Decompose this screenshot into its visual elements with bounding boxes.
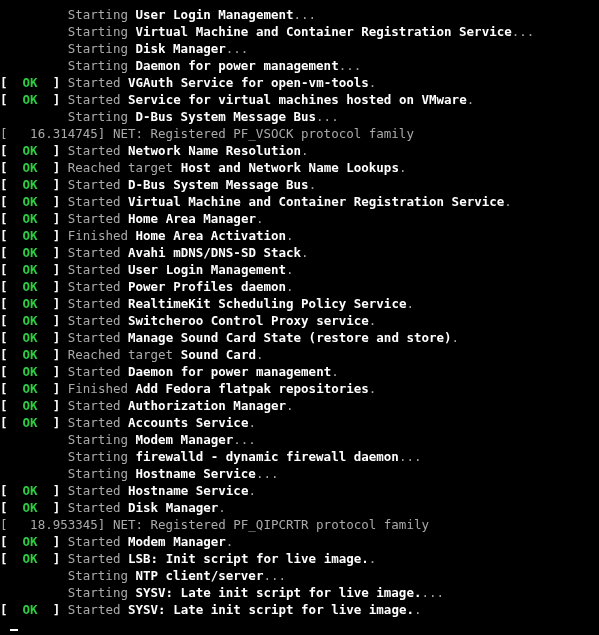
action-started: Started	[68, 75, 128, 90]
status-bracket-left: [	[0, 398, 8, 413]
status-bracket-left: [	[0, 483, 8, 498]
status-ok: OK	[23, 347, 38, 362]
action-started: Started	[68, 364, 128, 379]
status-bracket-left: [	[0, 194, 8, 209]
boot-line: [ OK ] Started Power Profiles daemon.	[0, 278, 599, 295]
boot-line: [ OK ] Started Modem Manager.	[0, 533, 599, 550]
action-started: Started	[68, 262, 128, 277]
unit-name: Power Profiles daemon	[128, 279, 286, 294]
status-ok: OK	[23, 262, 38, 277]
status-ok: OK	[23, 313, 38, 328]
action-started: Started	[68, 534, 128, 549]
line-suffix: .	[248, 483, 256, 498]
action-started: Started	[68, 602, 128, 617]
boot-line: [ OK ] Started VGAuth Service for open-v…	[0, 74, 599, 91]
boot-line: Starting NTP client/server...	[0, 567, 599, 584]
kernel-message: [ 16.314745] NET: Registered PF_VSOCK pr…	[0, 126, 414, 141]
boot-line: Starting firewalld - dynamic firewall da…	[0, 448, 599, 465]
action-starting: Starting	[68, 109, 136, 124]
action-starting: Starting	[68, 568, 136, 583]
unit-name: firewalld - dynamic firewall daemon	[135, 449, 398, 464]
unit-name: Accounts Service	[128, 415, 248, 430]
line-suffix: .	[369, 313, 377, 328]
unit-name: Home Area Activation	[136, 228, 287, 243]
status-bracket-left: [	[0, 500, 8, 515]
boot-line: Starting Disk Manager...	[0, 40, 599, 57]
boot-line: [ OK ] Started Daemon for power manageme…	[0, 363, 599, 380]
action-started: Started	[68, 551, 128, 566]
boot-console: Starting User Login Management... Starti…	[0, 0, 599, 635]
unit-name: Add Fedora flatpak repositories	[136, 381, 369, 396]
boot-line: Starting SYSV: Late init script for live…	[0, 584, 599, 601]
action-starting: Starting	[68, 24, 136, 39]
action-started: Started	[68, 398, 128, 413]
boot-line: [ OK ] Finished Home Area Activation.	[0, 227, 599, 244]
status-bracket-left: [	[0, 330, 8, 345]
unit-name: LSB: Init script for live image.	[128, 551, 369, 566]
status-bracket-left: [	[0, 177, 8, 192]
unit-name: SYSV: Late init script for live image.	[128, 602, 414, 617]
unit-name: D-Bus System Message Bus	[135, 109, 316, 124]
action-started: Started	[68, 92, 128, 107]
unit-name: Disk Manager	[135, 41, 225, 56]
unit-name: Disk Manager	[128, 500, 218, 515]
action-started: Started	[68, 245, 128, 260]
status-bracket-left: [	[0, 381, 8, 396]
unit-name: Switcheroo Control Proxy service	[128, 313, 369, 328]
unit-name: Authorization Manager	[128, 398, 286, 413]
status-ok: OK	[23, 398, 38, 413]
unit-name: Modem Manager	[135, 432, 233, 447]
line-suffix: .	[301, 143, 309, 158]
boot-line: [ OK ] Started RealtimeKit Scheduling Po…	[0, 295, 599, 312]
boot-line: [ OK ] Started Authorization Manager.	[0, 397, 599, 414]
unit-name: Daemon for power management	[135, 58, 338, 73]
status-bracket-left: [	[0, 211, 8, 226]
action-started: Started	[68, 194, 128, 209]
line-suffix: .	[467, 92, 475, 107]
status-bracket-left: [	[0, 364, 8, 379]
unit-name: Modem Manager	[128, 534, 226, 549]
action-started: Started	[68, 279, 128, 294]
boot-line: [ OK ] Started Manage Sound Card State (…	[0, 329, 599, 346]
status-bracket-left: [	[0, 228, 8, 243]
boot-line: [ OK ] Started Service for virtual machi…	[0, 91, 599, 108]
status-ok: OK	[23, 534, 38, 549]
cursor-line	[0, 618, 599, 635]
status-ok: OK	[23, 279, 38, 294]
line-suffix: ...	[226, 41, 249, 56]
status-bracket-left: [	[0, 262, 8, 277]
line-suffix: ...	[339, 58, 362, 73]
line-suffix: ...	[399, 449, 422, 464]
status-ok: OK	[23, 551, 38, 566]
line-suffix: ...	[256, 466, 279, 481]
status-bracket-left: [	[0, 551, 8, 566]
unit-name: Manage Sound Card State (restore and sto…	[128, 330, 452, 345]
status-ok: OK	[23, 415, 38, 430]
line-suffix: .	[286, 279, 294, 294]
boot-line: [ OK ] Started Network Name Resolution.	[0, 142, 599, 159]
boot-line: [ OK ] Started LSB: Init script for live…	[0, 550, 599, 567]
status-ok: OK	[23, 602, 38, 617]
status-ok: OK	[23, 211, 38, 226]
line-suffix: .	[248, 415, 256, 430]
unit-name: NTP client/server	[135, 568, 263, 583]
action-starting: Starting	[68, 41, 136, 56]
line-suffix: ...	[316, 109, 339, 124]
unit-name: RealtimeKit Scheduling Policy Service	[128, 296, 406, 311]
status-ok: OK	[23, 177, 38, 192]
action-starting: Starting	[68, 432, 136, 447]
status-ok: OK	[23, 143, 38, 158]
line-suffix: .	[256, 347, 264, 362]
status-ok: OK	[23, 500, 38, 515]
boot-line: [ 16.314745] NET: Registered PF_VSOCK pr…	[0, 125, 599, 142]
boot-line: Starting Modem Manager...	[0, 431, 599, 448]
unit-name: Hostname Service	[128, 483, 248, 498]
boot-line: Starting D-Bus System Message Bus...	[0, 108, 599, 125]
status-bracket-left: [	[0, 347, 8, 362]
boot-line: [ OK ] Started Accounts Service.	[0, 414, 599, 431]
action-started: Started	[68, 415, 128, 430]
action-reached-target: Reached target	[68, 347, 181, 362]
status-ok: OK	[23, 364, 38, 379]
action-started: Started	[68, 296, 128, 311]
unit-name: Network Name Resolution	[128, 143, 301, 158]
